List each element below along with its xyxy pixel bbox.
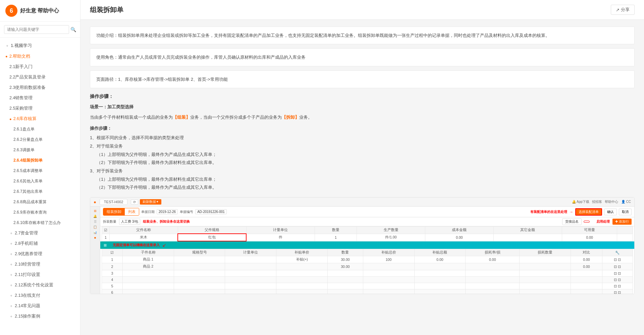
mock-bottom-row-6: 6⊡ ⊡: [102, 289, 633, 294]
mock-number-value: AD-20191226-001: [195, 209, 227, 214]
mock-btd-1-subsidy: 补贴(+): [276, 256, 328, 263]
mock-td-other1: [493, 234, 562, 241]
collapse-icon: ●: [5, 54, 8, 58]
mock-bth-loss: 损耗率/损: [466, 249, 520, 256]
sidebar-item-purchase-label: 2.5采购管理: [9, 106, 33, 111]
logo-text: 好生意 帮助中心: [20, 7, 59, 14]
sidebar-item-other-out[interactable]: 2.6.7其他出库单: [0, 186, 80, 197]
expand-ops-icon: ＋: [9, 262, 13, 267]
mock-btd-1-check: 1: [102, 256, 123, 263]
sidebar-item-videos[interactable]: ＋ 1.视频学习: [0, 40, 80, 51]
mock-bth-total1: 补贴总价: [363, 249, 414, 256]
mock-btd-1-total1: 100: [363, 256, 414, 263]
sidebar-item-install[interactable]: 2.2产品安装及登录: [0, 72, 80, 82]
mock-bth-subsidy: 补贴单价: [276, 249, 328, 256]
mock-bth-unit: 计量单位: [225, 249, 276, 256]
steps-title: 操作步骤：: [90, 94, 635, 100]
sidebar-item-purchase[interactable]: 2.5采购管理: [0, 103, 80, 114]
mock-th-unit: 计量单位: [246, 227, 315, 234]
mock-cancel-btn[interactable]: 取消: [619, 209, 632, 215]
scene1-content: 场景一：加工类型选择 当由多个子件材料组装成一个成品的业务为【组装】业务，当由一…: [90, 103, 635, 192]
mock-btd-2-spec: [174, 263, 225, 270]
sidebar-item-other-in[interactable]: 2.6.6其他入库单: [0, 176, 80, 186]
sidebar-item-faq[interactable]: ＋ 2.14常见问题: [0, 301, 80, 311]
mock-td-avail1: 0.00: [562, 234, 617, 241]
mock-bth-loss-qty: 损耗数量: [520, 249, 571, 256]
mock-add-row-btn[interactable]: ✚ 添加行: [612, 219, 632, 225]
sidebar-item-sales[interactable]: 2.4销售管理: [0, 93, 80, 103]
sidebar-item-coupon[interactable]: ＋ 2.9优惠券管理: [0, 249, 80, 259]
mock-type-selector[interactable]: 组装拆卸 列表: [103, 208, 139, 216]
expand-mobile-icon: ＋: [9, 241, 13, 246]
sidebar-item-stocktake[interactable]: 2.6.1盘点单: [0, 124, 80, 134]
sidebar-item-stock-query-label: 2.6.9库存账本查询: [13, 210, 47, 215]
sidebar-item-payment-label: 2.13在线支付: [15, 293, 40, 298]
expand-icon: ＋: [5, 43, 9, 48]
sidebar-item-stock-query[interactable]: 2.6.9库存账本查询: [0, 207, 80, 218]
sidebar-item-inventory[interactable]: ● 2.6库存核算: [0, 114, 80, 124]
mock-btd-2-total2: [414, 263, 466, 270]
logo-area: 6 好生意 帮助中心: [0, 0, 80, 22]
mock-sync-icon: ⟳: [131, 200, 138, 205]
mock-btd-2-subsidy: [276, 263, 328, 270]
mock-select-bom-btn[interactable]: 选择装配清单: [575, 208, 602, 216]
mock-btd-2-ops: ⊡ ⊡: [602, 263, 633, 270]
sidebar-item-custom[interactable]: ＋ 2.12系统个性化设置: [0, 280, 80, 290]
mock-logo: ●: [94, 200, 96, 205]
sidebar-item-docs[interactable]: ● 2.帮助文档: [0, 51, 80, 62]
sidebar-item-stock-error-label: 2.6.10库存账本错了怎么办: [13, 220, 61, 226]
mock-confirm-btn[interactable]: 确认: [604, 209, 617, 215]
mock-bth-check: ☑: [102, 249, 123, 256]
sidebar-item-cases[interactable]: ＋ 2.15操作案例: [0, 311, 80, 322]
mock-td-qty1: 1: [315, 234, 357, 241]
feature-intro-block: 功能介绍：组装拆卸单用来处理企业组装或拆卸等加工业务，支持有固定装配清单的产品加…: [90, 26, 635, 44]
highlight-assembly: 【组装】: [173, 115, 190, 120]
sidebar-item-print[interactable]: ＋ 2.11打印设置: [0, 270, 80, 280]
sidebar-item-cost-adjust[interactable]: 2.6.5成本调整单: [0, 166, 80, 176]
mock-left-strip: ⊞ 🔔 ☰ 📋 📊 ■: [90, 207, 100, 294]
search-button[interactable]: 🔍: [70, 27, 76, 32]
mock-product-search[interactable]: 货搜品名: [562, 218, 582, 225]
sidebar-item-cost-calc-label: 2.6.8商品成本重算: [13, 199, 47, 205]
sidebar-item-adjust[interactable]: 2.6.3调拨单: [0, 145, 80, 155]
collapse-inventory-icon: ●: [9, 117, 12, 121]
mock-annotation4-area: 启用处理: [596, 219, 610, 224]
mock-bottom-row-2: 2 商品 2 30.00: [102, 263, 633, 270]
sidebar-item-print-label: 2.11打印设置: [15, 272, 40, 278]
sidebar-item-ops[interactable]: ＋ 2.10经营管理: [0, 259, 80, 270]
mock-bottom-row-4: 4⊡ ⊡: [102, 277, 633, 283]
sidebar-item-cost-adjust-label: 2.6.5成本调整单: [13, 168, 43, 174]
mock-btd-2-check: 2: [102, 263, 123, 270]
search-input[interactable]: [4, 25, 69, 34]
mock-btd-1-loss: 0.00: [466, 256, 520, 263]
sidebar-item-newbie-label: 2.1新手入门: [9, 64, 33, 70]
sidebar-item-mobile[interactable]: ＋ 2.8手机旺辅: [0, 238, 80, 249]
sidebar-item-partial-stocktake[interactable]: 2.6.2分量盘点单: [0, 134, 80, 145]
sidebar-item-partial-stocktake-label: 2.6.2分量盘点单: [13, 137, 43, 143]
role-intro-block: 使用角色：通常由生产人员或库管人员完成拆装业务的操作，库管人员确认原材料的出库和…: [90, 48, 635, 66]
sidebar-item-newbie[interactable]: 2.1新手入门: [0, 62, 80, 72]
mock-th-ops: [617, 227, 633, 234]
sidebar-item-cost-calc[interactable]: 2.6.8商品成本重算: [0, 197, 80, 207]
steps-subtitle: 操作步骤：: [90, 124, 635, 133]
mock-type-toggle: 组装业务、拆卸业务在这里切换: [143, 219, 191, 224]
mock-product-input[interactable]: [584, 221, 590, 223]
step-2-2: （2）下部明细为子件明细，最终作为原材料生成其它出库单。: [97, 159, 635, 167]
mock-tab-list[interactable]: 列表: [125, 208, 139, 215]
mock-teal-bar-icon: ⊞: [104, 243, 107, 247]
share-button[interactable]: ↗ 分享: [611, 5, 635, 15]
mock-qty-label: 拆装数量: [103, 219, 116, 224]
mock-tab-new[interactable]: 组装拆卸: [103, 208, 125, 215]
highlight-disassembly: 【拆卸】: [282, 115, 299, 120]
mock-top-table-container: ☑ 父件名称 父件规格 计量单位 数量 生产数量 成本金额 其它金额 可用量: [100, 226, 634, 241]
sidebar-item-payment[interactable]: ＋ 2.13在线支付: [0, 290, 80, 301]
sidebar-item-data-prep[interactable]: 2.3使用前数据准备: [0, 82, 80, 93]
sidebar-item-stock-error[interactable]: 2.6.10库存账本错了怎么办: [0, 218, 80, 228]
mock-top-row-1: 1 米木 红包 件 1 件/1.00 0.00 0.00: [102, 234, 633, 241]
sidebar-item-finance[interactable]: ＋ 2.7资金管理: [0, 228, 80, 238]
sidebar-item-cases-label: 2.15操作案例: [15, 314, 40, 319]
mock-bth-qty: 数量: [328, 249, 363, 256]
expand-payment-icon: ＋: [9, 293, 13, 298]
mock-btd-1-qty: 30.00: [328, 256, 363, 263]
sidebar-item-assembly[interactable]: 2.6.4组装拆卸单: [0, 155, 80, 166]
